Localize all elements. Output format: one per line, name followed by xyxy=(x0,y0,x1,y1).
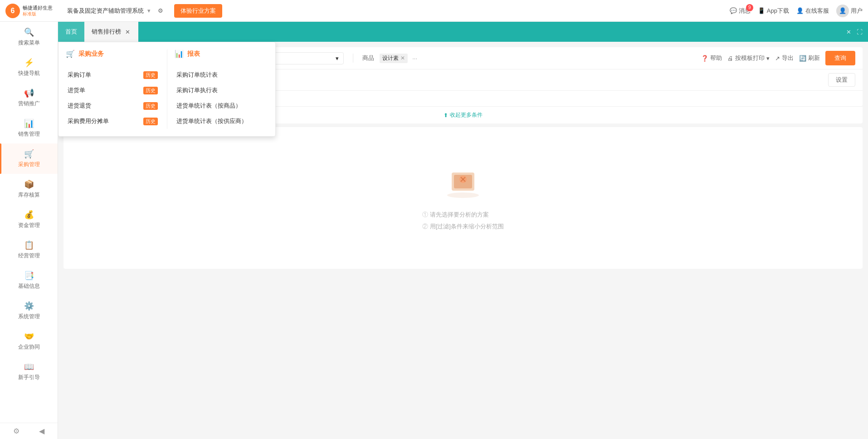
purchase-order-label: 采购订单 xyxy=(68,71,91,79)
settings-icon[interactable]: ⚙ xyxy=(154,5,167,17)
sidebar-item-inventory[interactable]: 📦 库存核算 xyxy=(0,174,58,204)
purchase-icon: 🛒 xyxy=(24,149,34,159)
collapse-label: 收起更多条件 xyxy=(450,111,483,119)
logo-area: 6 畅捷通好生意 标准版 xyxy=(5,4,63,18)
sidebar-item-sales[interactable]: 📊 销售管理 xyxy=(0,113,58,143)
help-button[interactable]: ❓ 帮助 xyxy=(701,54,722,62)
empty-illustration xyxy=(440,163,486,200)
export-icon: ↗ xyxy=(775,55,780,62)
menu-item-purchase-cost[interactable]: 采购费用分摊单 历史 xyxy=(66,113,160,129)
query-button[interactable]: 查询 xyxy=(825,51,855,65)
industry-button[interactable]: 体验行业方案 xyxy=(174,4,222,18)
sidebar-label-quicknav: 快捷导航 xyxy=(18,69,40,77)
sidebar-label-basic: 基础信息 xyxy=(18,282,40,290)
menu-item-purchase-order-exec[interactable]: 采购订单执行表 xyxy=(175,83,268,98)
refresh-label: 刷新 xyxy=(808,54,820,62)
service-icon: 👤 xyxy=(796,7,804,14)
sidebar-item-system[interactable]: ⚙️ 系统管理 xyxy=(0,296,58,326)
sidebar-bottom: ⚙ ◀ xyxy=(0,423,58,439)
sidebar-item-finance[interactable]: 💰 资金管理 xyxy=(0,204,58,235)
sidebar-label-inventory: 库存核算 xyxy=(18,191,40,199)
sidebar-item-basic[interactable]: 📑 基础信息 xyxy=(0,265,58,296)
reset-button[interactable]: 设置 xyxy=(828,73,855,87)
toolbar-right: ❓ 帮助 🖨 按模板打印 ▾ ↗ 导出 🔄 xyxy=(701,51,855,65)
logo-line1: 畅捷通好生意 xyxy=(23,5,53,11)
purchase-section-title: 🛒 采购业务 xyxy=(66,49,160,62)
logo-line2: 标准版 xyxy=(23,11,53,17)
sidebar-label-purchase: 采购管理 xyxy=(18,161,40,168)
online-service-button[interactable]: 👤 在线客服 xyxy=(796,7,829,15)
tab-sales-ranking-label: 销售排行榜 xyxy=(92,28,121,36)
reports-section-title: 📊 报表 xyxy=(175,49,268,62)
help-label: 帮助 xyxy=(710,54,722,62)
operations-icon: 📋 xyxy=(24,240,34,250)
online-service-label: 在线客服 xyxy=(805,7,829,15)
tab-close-icon[interactable]: ✕ xyxy=(124,28,131,35)
tab-sales-ranking[interactable]: 销售排行榜 ✕ xyxy=(84,22,138,42)
menu-section-purchase: 🛒 采购业务 采购订单 历史 进货单 历史 进货退货 历史 xyxy=(66,49,160,129)
collapse-button[interactable]: ⬆ 收起更多条件 xyxy=(441,109,485,122)
quicknav-icon: ⚡ xyxy=(24,58,34,68)
sales-icon: 📊 xyxy=(24,118,34,128)
print-icon: 🖨 xyxy=(727,55,733,62)
message-badge: 9 xyxy=(746,4,753,11)
tab-home[interactable]: 首页 xyxy=(58,22,84,42)
order-status-select[interactable]: ▾ xyxy=(271,52,344,64)
sidebar-settings-icon[interactable]: ⚙ xyxy=(13,427,20,435)
purchase-order-stat-label: 采购订单统计表 xyxy=(176,71,218,79)
message-button[interactable]: 💬 消息 9 xyxy=(730,7,751,15)
sidebar-label-search: 搜索菜单 xyxy=(18,39,40,47)
sidebar-item-search[interactable]: 🔍 搜索菜单 xyxy=(0,22,58,52)
menu-item-purchase-order[interactable]: 采购订单 历史 xyxy=(66,67,160,83)
product-tag-close[interactable]: ✕ xyxy=(400,55,405,61)
purchase-order-exec-label: 采购订单执行表 xyxy=(176,86,218,94)
sidebar-item-purchase[interactable]: 🛒 采购管理 xyxy=(0,143,58,174)
basic-icon: 📑 xyxy=(24,271,34,281)
logo-text: 畅捷通好生意 标准版 xyxy=(23,5,53,17)
inventory-icon: 📦 xyxy=(24,179,34,189)
incoming-return-label: 进货退货 xyxy=(68,102,91,110)
sidebar-item-operations[interactable]: 📋 经营管理 xyxy=(0,235,58,265)
main-area: 🔍 搜索菜单 ⚡ 快捷导航 📢 营销推广 📊 销售管理 🛒 采购管理 📦 xyxy=(0,22,868,439)
incoming-stat-supplier-label: 进货单统计表（按供应商） xyxy=(176,117,247,125)
sidebar-item-enterprise[interactable]: 🤝 企业协同 xyxy=(0,326,58,356)
sidebar-collapse-icon[interactable]: ◀ xyxy=(39,427,44,435)
enterprise-icon: 🤝 xyxy=(24,331,34,341)
menu-item-incoming[interactable]: 进货单 历史 xyxy=(66,83,160,98)
refresh-button[interactable]: 🔄 刷新 xyxy=(799,54,820,62)
product-tag: 设计素 ✕ xyxy=(380,54,408,63)
marketing-icon: 📢 xyxy=(24,88,34,98)
refresh-icon: 🔄 xyxy=(799,55,806,62)
tab-maximize-icon[interactable]: ⛶ xyxy=(855,27,864,37)
app-download-button[interactable]: 📱 App下载 xyxy=(758,7,789,15)
dropdown-menu: 🛒 采购业务 采购订单 历史 进货单 历史 进货退货 历史 xyxy=(58,42,276,137)
print-button[interactable]: 🖨 按模板打印 ▾ xyxy=(727,54,770,62)
empty-state: 请先选择要分析的方案 用[过滤]条件来缩小分析范围 xyxy=(63,127,863,269)
sidebar-item-marketing[interactable]: 📢 营销推广 xyxy=(0,83,58,113)
order-status-dropdown-icon: ▾ xyxy=(336,55,339,62)
menu-item-purchase-order-stat[interactable]: 采购订单统计表 xyxy=(175,67,268,83)
menu-item-incoming-return[interactable]: 进货退货 历史 xyxy=(66,98,160,113)
sidebar-label-operations: 经营管理 xyxy=(18,252,40,260)
divider2 xyxy=(353,54,353,63)
product-tag-text: 设计素 xyxy=(382,54,399,62)
sidebar-label-system: 系统管理 xyxy=(18,313,40,321)
sidebar-item-quick-nav[interactable]: ⚡ 快捷导航 xyxy=(0,52,58,83)
menu-item-incoming-stat-supplier[interactable]: 进货单统计表（按供应商） xyxy=(175,113,268,129)
menu-item-incoming-stat-product[interactable]: 进货单统计表（按商品） xyxy=(175,98,268,113)
guide-icon: 📖 xyxy=(24,362,34,372)
tab-close-window-icon[interactable]: ✕ xyxy=(844,27,853,37)
empty-hint1: 请先选择要分析的方案 xyxy=(422,209,504,221)
menu-divider xyxy=(167,49,167,129)
export-button[interactable]: ↗ 导出 xyxy=(775,54,794,62)
empty-text: 请先选择要分析的方案 用[过滤]条件来缩小分析范围 xyxy=(422,209,504,232)
app-title-dropdown-icon[interactable]: ▾ xyxy=(147,7,151,14)
tab-home-label: 首页 xyxy=(65,28,77,36)
reports-section-icon: 📊 xyxy=(175,49,184,58)
sidebar-item-guide[interactable]: 📖 新手引导 xyxy=(0,356,58,387)
purchase-cost-history-badge: 历史 xyxy=(143,118,158,125)
help-icon: ❓ xyxy=(701,55,708,62)
product-dots[interactable]: ··· xyxy=(412,55,417,62)
user-button[interactable]: 👤 用户 xyxy=(836,5,863,17)
sidebar-label-enterprise: 企业协同 xyxy=(18,343,40,351)
